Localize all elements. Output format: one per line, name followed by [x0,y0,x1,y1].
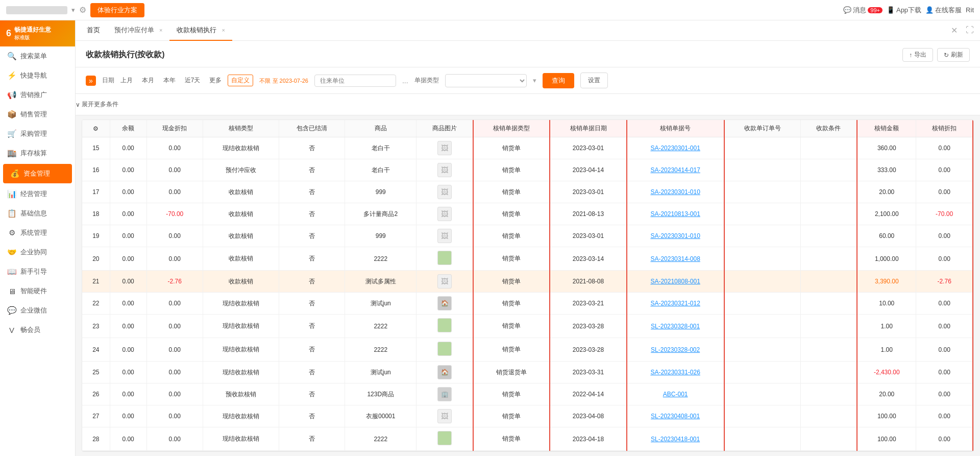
td-bill-no[interactable]: SA-20210808-001 [627,271,724,293]
tab-prepay-label: 预付冲应付单 [114,26,154,35]
td-goods: 999 [345,225,416,247]
td-bill-no[interactable]: ABC-001 [627,383,724,405]
product-image [437,342,452,356]
td-order-no [724,225,801,247]
td-balance: 0.00 [110,137,146,159]
td-amount: 1,000.00 [857,247,916,271]
app-download-label: App下载 [896,6,921,15]
tab-expand-btn[interactable]: ⛶ [964,23,976,37]
td-bill-date: 2023-03-14 [550,247,626,271]
settings-icon[interactable]: ⚙ [79,5,86,15]
main-content: 首页 预付冲应付单 × 收款核销执行 × ✕ ⛶ 收款核销执行(按收款) [76,20,980,456]
partner-dots[interactable]: ... [402,77,408,85]
table-row: 28 0.00 0.00 现结收款核销 否 2222 销货单 2023-04-1… [82,427,973,451]
td-goods-img: 🏠 [416,362,473,383]
account-name [6,6,67,14]
expand-icon: ∨ [76,101,80,108]
td-amount: -2,430.00 [857,362,916,383]
expand-more-btn[interactable]: ∨ 展开更多条件 [76,98,980,111]
td-condition [800,137,857,159]
export-button[interactable]: ↑ 导出 [902,48,933,62]
service-label: 在线客服 [935,6,962,15]
table-row: 20 0.00 0.00 收款核销 否 2222 销货单 2023-03-14 … [82,247,973,271]
sidebar-item-system[interactable]: ⚙系统管理 [0,223,75,243]
table-row: 23 0.00 0.00 现结收款核销 否 2222 销货单 2023-03-2… [82,315,973,338]
td-bill-no[interactable]: SL-20230328-001 [627,315,724,338]
sidebar-item-hardware[interactable]: 🖥智能硬件 [0,281,75,301]
sidebar: 6 畅捷通好生意 标准版 🔍搜索菜单 ⚡快捷导航 📢营销推广 📦销售管理 🛒采购… [0,20,76,456]
sidebar-item-operation[interactable]: 📊经营管理 [0,184,75,204]
sidebar-item-wechat[interactable]: 💬企业微信 [0,301,75,320]
td-id: 25 [82,362,110,383]
data-table-container[interactable]: ⚙ 余额 现金折扣 核销类型 包含已结清 商品 商品图片 核销单据类型 核销单据… [82,119,974,452]
td-bill-no[interactable]: SA-20230301-001 [627,137,724,159]
td-cash-discount: 0.00 [146,315,203,338]
sidebar-item-finance[interactable]: 💰资金管理 [3,164,72,183]
sidebar-item-marketing[interactable]: 📢营销推广 [0,85,75,105]
date-btn-7days[interactable]: 近7天 [182,75,204,86]
solution-button[interactable]: 体验行业方案 [90,3,144,17]
td-balance: 0.00 [110,271,146,293]
refresh-button[interactable]: ↻ 刷新 [937,48,970,62]
td-order-no [724,137,801,159]
tab-prepay-close[interactable]: × [159,27,162,33]
bill-type-select[interactable] [445,74,527,87]
sidebar-item-purchase[interactable]: 🛒采购管理 [0,124,75,143]
td-bill-no[interactable]: SA-20210813-001 [627,203,724,225]
sidebar-item-vip[interactable]: V畅会员 [0,320,75,340]
select-dropdown-icon: ▾ [533,77,536,84]
td-write-off-discount: 0.00 [916,315,973,338]
page-header-actions: ↑ 导出 ↻ 刷新 [902,48,970,62]
td-type: 收款核销 [203,181,279,203]
sidebar-item-search[interactable]: 🔍搜索菜单 [0,46,75,66]
app-download-btn[interactable]: 📱 App下载 [887,6,921,15]
td-balance: 0.00 [110,315,146,338]
tab-home[interactable]: 首页 [80,20,107,41]
vip-icon: V [7,326,16,334]
date-btn-custom[interactable]: 自定义 [228,75,253,86]
td-bill-no[interactable]: SA-20230331-026 [627,362,724,383]
date-btn-this-month[interactable]: 本月 [139,75,157,86]
user-profile[interactable]: Rit [966,6,974,14]
td-bill-no[interactable]: SA-20230314-008 [627,247,724,271]
td-bill-no[interactable]: SL-20230328-002 [627,338,724,362]
sidebar-item-inventory[interactable]: 🏬库存核算 [0,143,75,163]
td-bill-no[interactable]: SL-20230418-001 [627,427,724,451]
table-row: 25 0.00 0.00 现结收款核销 否 测试jun 🏠 销货退货单 2023… [82,362,973,383]
sidebar-item-basic[interactable]: 📋基础信息 [0,204,75,223]
th-bill-no: 核销单据号 [627,120,724,137]
online-service-btn[interactable]: 👤 在线客服 [925,6,962,15]
tab-writeoff[interactable]: 收款核销执行 × [169,20,232,41]
dropdown-icon[interactable]: ▾ [71,6,75,14]
td-bill-date: 2023-04-18 [550,427,626,451]
td-balance: 0.00 [110,383,146,405]
filter-collapse-btn[interactable]: » [86,76,96,86]
td-goods-img: 🖼 [416,137,473,159]
date-btn-this-year[interactable]: 本年 [160,75,179,86]
tab-writeoff-close[interactable]: × [222,27,225,33]
td-write-off-discount: 0.00 [916,405,973,427]
td-bill-no[interactable]: SL-20230408-001 [627,405,724,427]
setting-button[interactable]: 设置 [580,73,608,88]
tab-close-btn[interactable]: ✕ [949,23,960,37]
tab-prepay[interactable]: 预付冲应付单 × [107,20,169,41]
td-condition [800,225,857,247]
td-bill-type: 销货单 [473,271,550,293]
sidebar-item-nav[interactable]: ⚡快捷导航 [0,66,75,85]
td-bill-no[interactable]: SA-20230301-010 [627,225,724,247]
th-settings[interactable]: ⚙ [82,120,110,137]
th-bill-type: 核销单据类型 [473,120,550,137]
sidebar-item-sales[interactable]: 📦销售管理 [0,105,75,124]
date-btn-more[interactable]: 更多 [206,75,225,86]
td-bill-date: 2022-04-14 [550,383,626,405]
td-bill-no[interactable]: SA-20230321-012 [627,293,724,315]
td-bill-no[interactable]: SA-20230301-010 [627,181,724,203]
partner-input[interactable] [314,75,396,87]
messages-btn[interactable]: 💬 消息 99+ [843,6,883,15]
query-button[interactable]: 查询 [543,73,574,88]
td-bill-no[interactable]: SA-20230414-017 [627,159,724,181]
td-write-off-discount: 0.00 [916,362,973,383]
date-btn-last-month[interactable]: 上月 [117,75,136,86]
sidebar-item-collab[interactable]: 🤝企业协同 [0,243,75,262]
sidebar-item-guide[interactable]: 📖新手引导 [0,262,75,281]
